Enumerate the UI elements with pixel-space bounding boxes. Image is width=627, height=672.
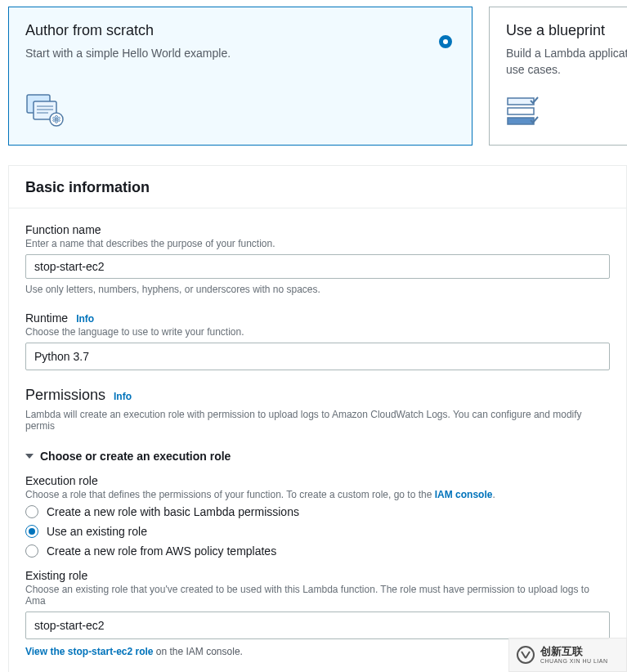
radio-icon — [25, 544, 38, 558]
author-illustration-icon — [25, 93, 66, 130]
watermark: 创新互联 CHUANG XIN HU LIAN — [508, 638, 627, 672]
svg-rect-10 — [508, 118, 534, 124]
execution-role-field: Execution role Choose a role that define… — [25, 474, 610, 558]
existing-role-value: stop-start-ec2 — [34, 619, 105, 632]
radio-icon — [25, 505, 38, 518]
runtime-info-link[interactable]: Info — [76, 313, 94, 325]
permissions-info-link[interactable]: Info — [114, 391, 132, 402]
radio-create-from-templates[interactable]: Create a new role from AWS policy templa… — [25, 544, 610, 558]
option-title: Author from scratch — [25, 22, 455, 39]
existing-role-hint: Choose an existing role that you've crea… — [25, 584, 610, 607]
option-title: Use a blueprint — [506, 22, 627, 39]
permissions-heading: Permissions — [25, 387, 105, 404]
watermark-url: CHUANG XIN HU LIAN — [540, 658, 608, 665]
execution-role-radio-group: Create a new role with basic Lambda perm… — [25, 505, 610, 558]
radio-label: Create a new role from AWS policy templa… — [47, 544, 276, 558]
runtime-label: Runtime — [25, 311, 68, 325]
execution-role-hint: Choose a role that defines the permissio… — [25, 489, 610, 500]
runtime-hint: Choose the language to use to write your… — [25, 326, 610, 338]
watermark-brand: 创新互联 — [540, 645, 608, 658]
runtime-select[interactable]: Python 3.7 — [25, 343, 610, 370]
view-role-link[interactable]: View the stop-start-ec2 role — [25, 646, 154, 657]
option-author-from-scratch[interactable]: Author from scratch Start with a simple … — [8, 7, 472, 146]
radio-selected-icon — [439, 35, 452, 48]
basic-information-panel: Basic information Function name Enter a … — [8, 165, 627, 672]
function-name-label: Function name — [25, 223, 610, 236]
permissions-desc: Lambda will create an execution role wit… — [25, 409, 610, 432]
function-name-field: Function name Enter a name that describe… — [25, 223, 610, 295]
execution-role-expander[interactable]: Choose or create an execution role — [25, 450, 610, 463]
creation-method-options: Author from scratch Start with a simple … — [0, 0, 627, 146]
runtime-value: Python 3.7 — [34, 350, 89, 363]
option-use-blueprint[interactable]: Use a blueprint Build a Lambda applicati… — [489, 7, 627, 146]
function-name-input[interactable] — [25, 254, 610, 279]
radio-icon-checked — [25, 525, 38, 538]
iam-console-link[interactable]: IAM console — [435, 489, 493, 500]
blueprint-illustration-icon — [506, 95, 544, 130]
radio-label: Create a new role with basic Lambda perm… — [47, 505, 299, 518]
option-desc: Build a Lambda application common use ca… — [506, 46, 627, 78]
radio-label: Use an existing role — [47, 525, 147, 538]
function-name-hint: Enter a name that describes the purpose … — [25, 238, 610, 249]
caret-down-icon — [25, 454, 34, 459]
panel-header: Basic information — [9, 166, 626, 208]
svg-point-11 — [517, 647, 534, 663]
existing-role-label: Existing role — [25, 569, 610, 582]
existing-role-select[interactable]: stop-start-ec2 — [25, 612, 610, 639]
execution-role-label: Execution role — [25, 474, 610, 487]
runtime-field: Runtime Info Choose the language to use … — [25, 311, 610, 370]
radio-use-existing[interactable]: Use an existing role — [25, 525, 610, 538]
svg-rect-8 — [508, 98, 534, 105]
function-name-constraint: Use only letters, numbers, hyphens, or u… — [25, 284, 610, 295]
radio-create-basic[interactable]: Create a new role with basic Lambda perm… — [25, 505, 610, 518]
svg-rect-9 — [508, 108, 534, 114]
watermark-logo-icon — [516, 645, 535, 665]
expander-label: Choose or create an execution role — [40, 450, 231, 463]
option-desc: Start with a simple Hello World example. — [25, 46, 455, 62]
panel-title: Basic information — [25, 179, 610, 196]
